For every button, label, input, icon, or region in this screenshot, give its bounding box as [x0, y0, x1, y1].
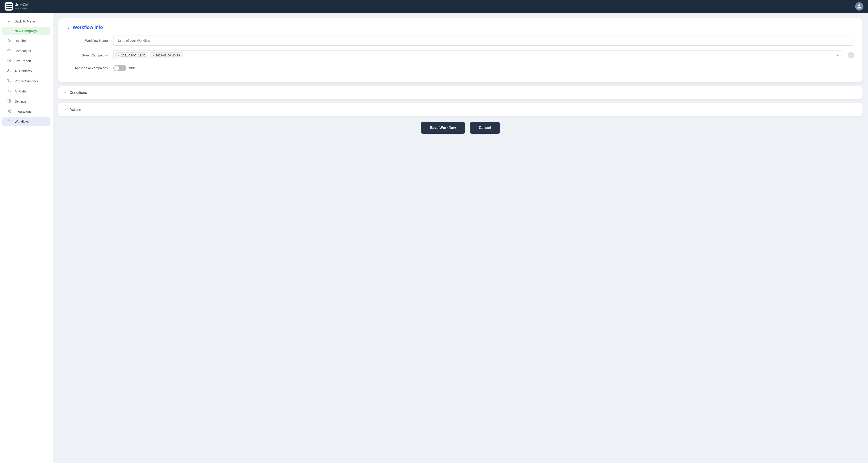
phone-numbers-icon — [7, 79, 11, 84]
settings-icon — [7, 99, 11, 104]
conditions-title: Conditions — [69, 91, 87, 95]
apply-all-label: Apply on all campaigns — [66, 66, 108, 70]
integrations-icon — [7, 109, 11, 114]
toggle-slider — [113, 65, 126, 71]
actions-title: Actions — [69, 108, 82, 112]
back-to-menu[interactable]: ← Back To Menu — [2, 17, 51, 26]
workflow-name-input[interactable] — [113, 35, 854, 46]
svg-point-8 — [8, 111, 9, 112]
sidebar-item-label: All Calls — [15, 89, 26, 93]
user-avatar[interactable] — [855, 2, 863, 10]
brand-name: JustCall AutoDialer — [15, 3, 29, 10]
info-icon[interactable]: i — [848, 52, 854, 58]
logo-icon — [5, 2, 13, 10]
sidebar-item-all-calls[interactable]: All Calls — [2, 87, 51, 96]
new-campaign-icon: + — [7, 29, 11, 33]
buttons-row: Save Workflow Cancel — [58, 122, 863, 134]
svg-point-9 — [10, 112, 10, 113]
sidebar-item-label: Dashboard — [15, 39, 30, 43]
svg-point-2 — [8, 69, 9, 70]
sidebar-item-workflows[interactable]: Workflows — [2, 117, 51, 126]
campaign-tag-2: × 2021-03-04_13:39 — [150, 52, 182, 58]
sidebar-item-label: New Campaign — [15, 29, 38, 33]
sidebar-item-label: Phone Numbers — [15, 79, 38, 83]
sidebar-item-label: All Contacts — [15, 69, 32, 73]
campaign-tag-1: × 2021-03-05_13:30 — [115, 52, 148, 58]
brand-main: JustCall — [15, 3, 29, 7]
back-icon: ← — [7, 19, 11, 23]
select-campaigns-label: Select Campaigns — [66, 54, 108, 57]
campaign-dropdown-arrow[interactable]: ▼ — [835, 53, 840, 58]
workflow-name-label: Workflow Name — [66, 39, 108, 42]
save-workflow-button[interactable]: Save Workflow — [421, 122, 465, 134]
toggle-label: OFF — [129, 66, 135, 70]
sidebar-item-label: Campaigns — [15, 49, 31, 53]
brand-sub: AutoDialer — [15, 7, 29, 10]
workflow-info-card: ⌄ Workflow info Workflow Name Select Cam… — [58, 18, 863, 82]
select-campaigns-row: Select Campaigns × 2021-03-05_13:30 × 20… — [66, 50, 854, 60]
campaign-tag-2-remove[interactable]: × — [152, 54, 154, 57]
section-header: ⌄ Workflow info — [66, 25, 854, 30]
all-contacts-icon — [7, 69, 11, 74]
svg-point-7 — [10, 110, 10, 110]
brand: JustCall AutoDialer — [5, 2, 29, 10]
sidebar-item-label: Settings — [15, 99, 26, 103]
dashboard-icon — [7, 38, 11, 43]
sidebar-item-label: Workflows — [15, 120, 29, 123]
svg-point-1 — [9, 60, 10, 61]
sidebar-item-label: Integrations — [15, 110, 31, 113]
navbar: JustCall AutoDialer — [0, 0, 868, 13]
sidebar-item-settings[interactable]: Settings — [2, 97, 51, 106]
all-calls-icon — [7, 89, 11, 94]
sidebar-item-dashboard[interactable]: Dashboard — [2, 36, 51, 46]
sidebar-item-campaigns[interactable]: Campaigns — [2, 46, 51, 56]
apply-all-row: Apply on all campaigns OFF — [66, 65, 854, 71]
sidebar-item-integrations[interactable]: Integrations — [2, 107, 51, 116]
main-area: ← Back To Menu + New Campaign Dashboard … — [0, 13, 868, 463]
campaign-input-wrapper[interactable]: × 2021-03-05_13:30 × 2021-03-04_13:39 ▼ — [113, 50, 842, 60]
actions-chevron-icon: › — [65, 108, 66, 112]
chevron-down-icon[interactable]: ⌄ — [66, 25, 70, 30]
content-area: ⌄ Workflow info Workflow Name Select Cam… — [53, 13, 868, 463]
live-report-icon — [7, 59, 11, 63]
sidebar-item-new-campaign[interactable]: + New Campaign — [2, 27, 51, 35]
campaigns-icon — [7, 49, 11, 53]
actions-card[interactable]: › Actions — [58, 103, 863, 116]
conditions-chevron-icon: › — [65, 91, 66, 95]
section-title: Workflow info — [73, 25, 103, 30]
workflows-icon — [7, 119, 11, 124]
back-label: Back To Menu — [15, 20, 35, 23]
sidebar-item-all-contacts[interactable]: All Contacts — [2, 66, 51, 76]
svg-line-10 — [9, 111, 10, 112]
apply-all-toggle[interactable] — [113, 65, 126, 71]
sidebar-item-live-report[interactable]: Live Report — [2, 56, 51, 66]
campaign-tag-1-remove[interactable]: × — [118, 54, 120, 57]
cancel-button[interactable]: Cancel — [470, 122, 500, 134]
conditions-card[interactable]: › Conditions — [58, 86, 863, 99]
sidebar: ← Back To Menu + New Campaign Dashboard … — [0, 13, 53, 463]
sidebar-item-label: Live Report — [15, 59, 31, 63]
toggle-row: OFF — [113, 65, 135, 71]
workflow-name-row: Workflow Name — [66, 35, 854, 46]
svg-point-6 — [9, 100, 10, 102]
svg-line-11 — [9, 110, 10, 111]
sidebar-item-phone-numbers[interactable]: Phone Numbers — [2, 77, 51, 86]
